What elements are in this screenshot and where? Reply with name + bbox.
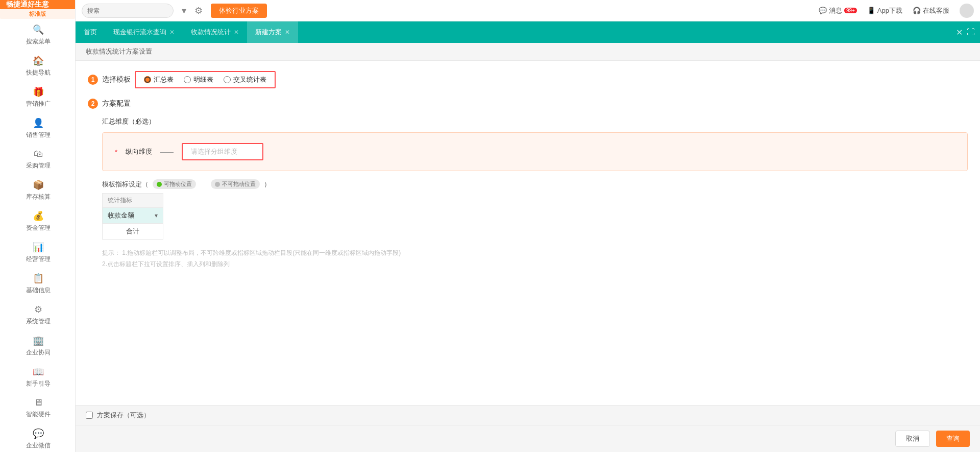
- sidebar-item-sales[interactable]: 👤 销售管理: [0, 112, 75, 144]
- tab-new-plan-label: 新建方案: [255, 28, 282, 37]
- sidebar-item-label: 企业协同: [26, 348, 51, 357]
- main-area: ▾ ⚙ 体验行业方案 💬 消息 99+ 📱 App下载 🎧 在线客服 首页: [76, 0, 980, 452]
- operation-icon: 📊: [33, 242, 44, 253]
- indicator-close-paren: ）: [264, 180, 271, 189]
- indicator-sep: [200, 180, 207, 189]
- tab-cashflow-close[interactable]: ✕: [169, 29, 175, 36]
- avatar[interactable]: [960, 4, 974, 18]
- service-btn[interactable]: 🎧 在线客服: [913, 6, 949, 15]
- tab-receipt-stat[interactable]: 收款情况统计 ✕: [183, 21, 247, 43]
- sidebar-item-wechat[interactable]: 💬 企业微信: [0, 423, 75, 452]
- radio-detail-input[interactable]: [184, 76, 191, 83]
- sidebar: 畅捷通好生意 标准版 🔍 搜索菜单 🏠 快捷导航 🎁 营销推广 👤 销售管理 🛍…: [0, 0, 76, 452]
- tab-receipt-stat-close[interactable]: ✕: [234, 29, 239, 36]
- search-menu-icon: 🔍: [33, 24, 44, 35]
- marketing-icon: 🎁: [33, 86, 44, 98]
- sidebar-logo: 畅捷通好生意: [0, 0, 75, 9]
- sidebar-item-marketing[interactable]: 🎁 营销推广: [0, 81, 75, 112]
- finance-icon: 💰: [33, 210, 44, 222]
- stats-row-total: 合计: [103, 224, 163, 239]
- sidebar-item-operation[interactable]: 📊 经营管理: [0, 236, 75, 268]
- tip-2: 2.点击标题栏下拉可设置排序、插入列和删除列: [102, 259, 968, 270]
- sidebar-item-label: 采购管理: [26, 161, 51, 170]
- sidebar-item-search-menu[interactable]: 🔍 搜索菜单: [0, 19, 75, 50]
- home-icon: 🏠: [33, 55, 44, 66]
- step2-header: 2 方案配置: [88, 99, 968, 109]
- sidebar-item-purchase[interactable]: 🛍 采购管理: [0, 144, 75, 174]
- chevron-down-icon[interactable]: ▾: [155, 212, 158, 219]
- inventory-icon: 📦: [33, 179, 44, 191]
- tab-close-all-icon[interactable]: ✕: [956, 28, 963, 37]
- indicator-section: 模板指标设定（ 可拖动位置 不可拖动位置 ）: [102, 179, 968, 240]
- tab-expand-icon[interactable]: ⛶: [967, 28, 975, 37]
- trial-btn[interactable]: 体验行业方案: [211, 4, 267, 18]
- sidebar-item-sys-mgmt[interactable]: ⚙ 系统管理: [0, 299, 75, 330]
- radio-detail[interactable]: 明细表: [184, 75, 213, 84]
- step2-section: 2 方案配置 汇总维度（必选） * 纵向维度 —— 请选择分组维度: [88, 99, 968, 270]
- stats-table: 统计指标 收款金额 ▾ 合计: [102, 193, 163, 240]
- radio-summary[interactable]: 汇总表: [144, 75, 174, 84]
- step1-badge: 1: [88, 75, 98, 85]
- tab-cashflow[interactable]: 现金银行流水查询 ✕: [105, 21, 183, 43]
- dimension-select[interactable]: 请选择分组维度: [182, 143, 263, 160]
- gear-icon[interactable]: ⚙: [194, 5, 203, 16]
- sidebar-item-label: 智能硬件: [26, 410, 51, 419]
- radio-cross-input[interactable]: [224, 76, 231, 83]
- sidebar-item-finance[interactable]: 💰 资金管理: [0, 205, 75, 236]
- sidebar-item-label: 销售管理: [26, 131, 51, 139]
- tab-new-plan-close[interactable]: ✕: [285, 29, 290, 36]
- indicator-title: 模板指标设定（: [102, 180, 149, 189]
- draggable-toggle: 可拖动位置: [153, 179, 196, 189]
- download-btn[interactable]: 📱 App下载: [867, 6, 902, 15]
- stats-table-header-label: 统计指标: [103, 194, 163, 208]
- tab-home-label: 首页: [84, 28, 97, 37]
- search-input[interactable]: [82, 4, 174, 18]
- non-draggable-label: 不可拖动位置: [222, 180, 256, 188]
- message-btn[interactable]: 💬 消息 99+: [819, 6, 857, 15]
- basic-info-icon: 📋: [33, 273, 44, 284]
- tab-receipt-stat-label: 收款情况统计: [191, 28, 231, 37]
- guide-icon: 📖: [33, 366, 44, 377]
- step1-title: 选择模板: [102, 75, 131, 84]
- dimension-row: * 纵向维度 —— 请选择分组维度: [115, 143, 955, 160]
- sidebar-item-quick-nav[interactable]: 🏠 快捷导航: [0, 50, 75, 81]
- step1-header: 1 选择模板 汇总表 明细表: [88, 71, 968, 88]
- vertical-dimension-label: 纵向维度: [126, 147, 152, 156]
- query-button[interactable]: 查询: [936, 431, 970, 447]
- save-label: 方案保存（可选）: [97, 411, 150, 420]
- cancel-button[interactable]: 取消: [895, 431, 930, 447]
- message-badge: 99+: [844, 8, 857, 13]
- sidebar-item-guide[interactable]: 📖 新手引导: [0, 361, 75, 392]
- content: 收款情况统计方案设置 1 选择模板 汇总表: [76, 43, 980, 452]
- sidebar-item-smart-hw[interactable]: 🖥 智能硬件: [0, 392, 75, 423]
- sidebar-item-label: 资金管理: [26, 224, 51, 232]
- sidebar-item-label: 企业微信: [26, 441, 51, 450]
- radio-summary-input[interactable]: [144, 76, 151, 83]
- tab-new-plan[interactable]: 新建方案 ✕: [247, 21, 298, 43]
- message-icon: 💬: [819, 7, 827, 14]
- tabbar: 首页 现金银行流水查询 ✕ 收款情况统计 ✕ 新建方案 ✕ ✕ ⛶: [76, 21, 980, 43]
- radio-detail-label: 明细表: [193, 75, 213, 84]
- indicator-label-row: 模板指标设定（ 可拖动位置 不可拖动位置 ）: [102, 179, 968, 189]
- sidebar-item-label: 库存核算: [26, 193, 51, 201]
- save-section: 方案保存（可选）: [76, 405, 980, 425]
- sidebar-item-enterprise[interactable]: 🏢 企业协同: [0, 330, 75, 361]
- stats-col-header[interactable]: 收款金额 ▾: [103, 208, 163, 224]
- sidebar-item-label: 营销推广: [26, 100, 51, 108]
- sidebar-item-basic-info[interactable]: 📋 基础信息: [0, 268, 75, 299]
- sidebar-item-label: 系统管理: [26, 317, 51, 326]
- topbar-dropdown-icon[interactable]: ▾: [182, 5, 186, 16]
- smart-hw-icon: 🖥: [34, 397, 43, 408]
- sidebar-item-label: 快捷导航: [26, 68, 51, 77]
- tab-home[interactable]: 首页: [76, 21, 105, 43]
- radio-cross-label: 交叉统计表: [233, 75, 266, 84]
- service-icon: 🎧: [913, 7, 921, 14]
- radio-cross[interactable]: 交叉统计表: [224, 75, 266, 84]
- sales-icon: 👤: [33, 117, 44, 129]
- sidebar-item-inventory[interactable]: 📦 库存核算: [0, 174, 75, 205]
- download-label: App下载: [877, 6, 902, 15]
- tab-cashflow-label: 现金银行流水查询: [113, 28, 166, 37]
- sidebar-logo-badge: 标准版: [0, 9, 75, 19]
- save-checkbox[interactable]: [86, 412, 93, 419]
- tip-1: 提示： 1.拖动标题栏可以调整布局，不可跨维度或指标区域拖动栏目段(只能在同一维…: [102, 248, 968, 259]
